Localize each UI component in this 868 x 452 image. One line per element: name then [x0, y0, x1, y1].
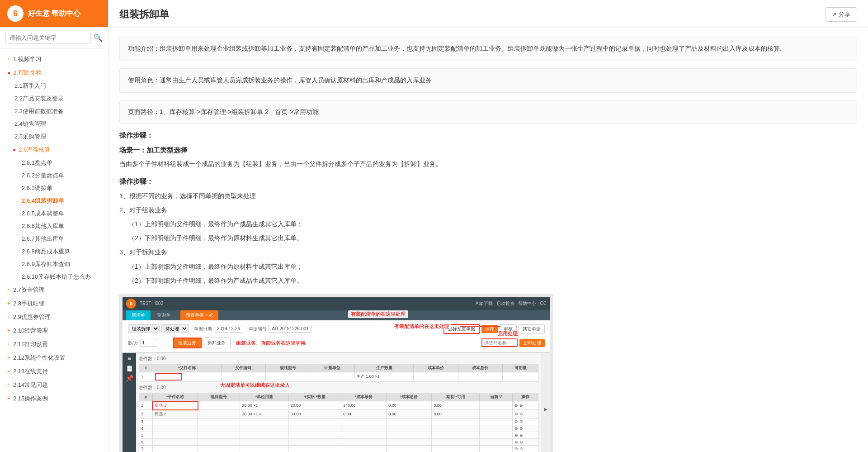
sidebar-item-stockfix[interactable]: 2.6.10库存账本错了怎么办 — [0, 271, 108, 283]
mock-billno-val[interactable]: AD-20191226-001 — [269, 325, 312, 333]
mock-date-val[interactable]: 2019-12-26 — [214, 325, 243, 333]
ops-steps-subtitle: 操作步骤： — [119, 177, 857, 186]
col-parentname: *父件名称 — [153, 364, 221, 372]
sidebar-item-finance[interactable]: + 2.7资金管理 — [0, 283, 108, 297]
mock-nav-icon-2[interactable]: 📋 — [126, 365, 133, 372]
mock-qty-label: 数/万 — [128, 340, 138, 346]
annotation-3: 启用处理 — [498, 331, 518, 336]
step2-1: （1）上部明细为父件明细，最终作为产成品生成其它入库单； — [119, 219, 857, 230]
annotation-2: 组装业务、拆卸业务在这里切换 — [236, 340, 306, 346]
mock-disassembly-btn[interactable]: 拆卸业务 — [203, 338, 231, 348]
mock-billno-label: 单据编号 — [249, 326, 267, 332]
sidebar-item-operations[interactable]: + 2.10经营管理 — [0, 324, 108, 338]
mock-tab-list[interactable]: 查询单 — [151, 310, 176, 320]
sidebar-item-stocktake[interactable]: 2.6.1盘点单 — [0, 157, 108, 169]
step3: 3、对于拆卸业务 — [119, 247, 857, 258]
col-parentcode: 父件编码 — [221, 364, 265, 372]
search-icon[interactable]: 🔍 — [94, 33, 103, 42]
sidebar-item-costreset[interactable]: 2.6.8商品成本重算 — [0, 245, 108, 258]
screenshot-container: 6 TEST-H002 App下载 启动检查 帮助中心 CC 新增单 查询单 预… — [119, 294, 553, 452]
sidebar-item-cases[interactable]: + 2.15操作案例 — [0, 392, 108, 405]
mock-other-btn[interactable]: 其它单据 — [519, 324, 545, 333]
mock-upper-table: # *父件名称 父件编码 规格型号 计量单位 生产数量 成本单价 成本总价 可用… — [139, 364, 538, 382]
sidebar-item-assembly[interactable]: 2.6.4组装拆卸单 — [0, 195, 108, 207]
sidebar-header: 6 好生意 帮助中心 — [0, 0, 108, 27]
table-row: 1 商品 1 20.00 ×1 = 20.00 140.00 0.00 0.00 — [139, 401, 538, 410]
sidebar-item-other-in[interactable]: 2.6.6其他入库单 — [0, 220, 108, 233]
step3-2: （2）下部明细为子件明细，最终作为产成品生成其它入库单。 — [119, 275, 857, 286]
mock-assembly-btn[interactable]: 组装业务 — [173, 338, 202, 348]
table-row: 1 生产 1.00 ×1 — [139, 372, 538, 381]
col-totalcost: 成本总价 — [458, 364, 502, 372]
mock-right-panel-toggle[interactable]: ▶ — [541, 353, 550, 452]
table-row: 5 ⊕ ⊖ — [139, 432, 538, 438]
main-header: 组装拆卸单 ↗ 分享 — [108, 0, 868, 28]
col-avail: 可用量 — [503, 364, 538, 372]
share-button[interactable]: ↗ 分享 — [825, 7, 857, 22]
mock-nav-icon-1[interactable]: ≡ — [127, 355, 131, 362]
mock-lower-table: # *子件名称 规格型号 *单位用量 +实际 *数量 *成本单价 *成本总价 期… — [139, 393, 538, 452]
mock-table-label-2: 总件数：0.00 — [139, 385, 538, 391]
col-check: # — [139, 364, 153, 372]
sidebar-item-partcount[interactable]: 2.6.2分量盘点单 — [0, 169, 108, 182]
collapse-icon: ● — [7, 70, 10, 76]
col-count: 生产数量 — [354, 364, 414, 372]
table-row: 7 ⊕ ⊖ — [139, 445, 538, 452]
mock-subname-1: 商品 1 — [152, 401, 198, 410]
annotation-4: 无固定清单可以继续在这里录入 — [220, 382, 290, 388]
mock-parent-name-input[interactable] — [155, 373, 182, 381]
sidebar-item-stockquery[interactable]: 2.6.9库存账本查询 — [0, 258, 108, 271]
col-cost: 成本单价 — [414, 364, 458, 372]
intro-block-2: 使用角色：通常由生产人员或库管人员完成拆装业务的操作，库管人员确认原材料的出库和… — [119, 68, 857, 93]
search-input[interactable] — [5, 32, 91, 44]
scenario1-desc: 当由多个子件材料组装成一个成品的业务为【组装】业务，当由一个父件拆分成多个子产品… — [119, 158, 857, 170]
sidebar-item-costadjust[interactable]: 2.6.5成本调整单 — [0, 207, 108, 220]
sidebar-item-faq[interactable]: + 2.14常见问题 — [0, 378, 108, 392]
mock-table-label-1: 总件数：0.00 — [139, 356, 538, 362]
step1: 1、根据不同的业务，选择不同单据的类型来处理 — [119, 190, 857, 202]
sidebar-item-dataprep[interactable]: 2.3使用前数据准备 — [0, 105, 108, 118]
page-title: 组装拆卸单 — [119, 8, 169, 21]
sidebar-item-inventory[interactable]: ● 2.6库存核算 — [0, 143, 108, 157]
sidebar-item-customize[interactable]: + 2.12系统个性化设置 — [0, 351, 108, 365]
main-content: 组装拆卸单 ↗ 分享 功能介绍：组装拆卸单用来处理企业组装或拆卸等加工业务，支持… — [108, 0, 868, 452]
mock-presets-btn[interactable]: 预置单据一览 — [180, 310, 218, 320]
sidebar-item-purchase[interactable]: 2.5采购管理 — [0, 130, 108, 143]
intro-block-1: 功能介绍：组装拆卸单用来处理企业组装或拆卸等加工业务，支持有固定装配清单的产品加… — [119, 37, 857, 61]
search-box: 🔍 — [0, 27, 108, 49]
mock-app-icons: App下载 启动检查 帮助中心 CC — [476, 300, 547, 307]
mock-enable-btn[interactable]: 立即处理 — [519, 339, 545, 347]
step2: 2、对于组装业务 — [119, 205, 857, 216]
expand-icon: + — [7, 56, 10, 62]
content-area: 功能介绍：组装拆卸单用来处理企业组装或拆卸等加工业务，支持有固定装配清单的产品加… — [108, 28, 868, 452]
mock-top-text: TEST-H002 — [140, 301, 163, 306]
sidebar-item-other-out[interactable]: 2.6.7其他出库单 — [0, 233, 108, 245]
annotation-1: 有装配清单的在这里处理 — [392, 323, 451, 329]
table-row: 2 商品 2 30.00 ×1 = 30.00 0.00 0.00 0.00 — [139, 410, 538, 419]
table-row: 6 ⊕ ⊖ — [139, 438, 538, 445]
sidebar-item-mobile[interactable]: + 2.8手机旺铺 — [0, 297, 108, 310]
logo-icon: 6 — [7, 5, 24, 22]
sidebar-item-print[interactable]: + 2.11打印设置 — [0, 338, 108, 351]
mock-type-select[interactable]: 组装拆卸 组装 拆卸 — [128, 324, 160, 333]
sidebar-item-transfer[interactable]: 2.6.3调拨单 — [0, 182, 108, 195]
sidebar-item-newuser[interactable]: 2.1新手入门 — [0, 80, 108, 92]
mock-qty-input[interactable] — [140, 339, 158, 347]
col-spec: 规格型号 — [265, 364, 310, 372]
mock-nav-icon-3[interactable]: 📌 — [126, 375, 133, 382]
sidebar-item-install[interactable]: 2.2产品安装及登录 — [0, 92, 108, 105]
expand-icon-inv: ● — [13, 147, 16, 153]
mock-supplier-input[interactable] — [481, 338, 518, 347]
sidebar-item-video[interactable]: + 1.视频学习 — [0, 52, 108, 66]
sidebar-item-coupon[interactable]: + 2.9优惠券管理 — [0, 310, 108, 324]
sidebar-item-helpdoc[interactable]: ● 2.帮助文档 — [0, 66, 108, 80]
sidebar: 6 好生意 帮助中心 🔍 + 1.视频学习 ● 2.帮助文档 2.1新手入门 2… — [0, 0, 108, 452]
mock-status-select[interactable]: 待处理 — [161, 324, 189, 333]
share-icon: ↗ — [832, 11, 837, 18]
mock-date-label: 单据日期 — [194, 326, 212, 332]
table-row: 4 ⊕ ⊖ — [139, 425, 538, 432]
mock-tab-active[interactable]: 新增单 — [126, 310, 151, 320]
nav-tree: + 1.视频学习 ● 2.帮助文档 2.1新手入门 2.2产品安装及登录 2.3… — [0, 49, 108, 452]
sidebar-item-onlinepay[interactable]: + 2.13在线支付 — [0, 365, 108, 378]
sidebar-item-sales[interactable]: 2.4销售管理 — [0, 118, 108, 130]
